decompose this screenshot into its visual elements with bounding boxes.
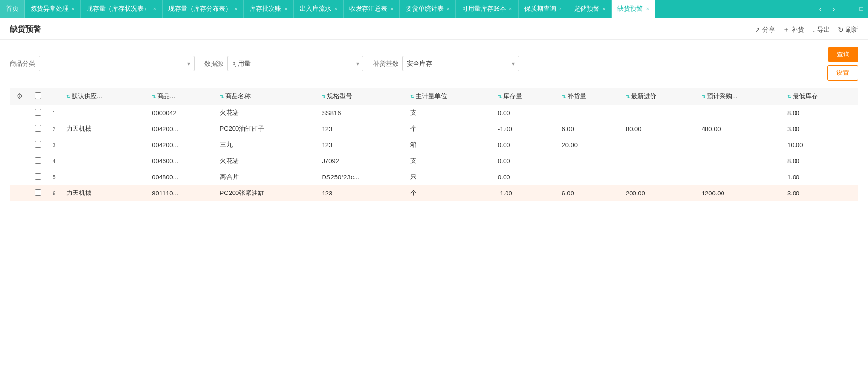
tab-label-xianzuncang: 现存量（库存状况表） [87,4,150,13]
row-checkbox-cell-4[interactable] [29,169,47,185]
row-checkbox-cell-1[interactable] [29,121,47,137]
table-row: 5 004800... 离合片 DS250*23c... 只 0.00 1.00 [10,169,858,185]
tab-close-baozhiqi[interactable]: × [559,6,562,12]
data-table-wrap: ⚙ ⇅默认供应... ⇅商品... ⇅商品名称 ⇅规格型号 ⇅主计量单位 ⇅库存… [0,88,868,201]
tab-close-pici[interactable]: × [284,6,287,12]
col-min-stock[interactable]: ⇅最低库存 [782,88,858,105]
row-spec-5: 123 [317,185,405,201]
row-num-2: 3 [47,137,61,153]
sort-icon: ⇅ [322,94,326,99]
tab-close-quehuo[interactable]: × [646,6,649,12]
header-actions: ↗ 分享 ＋ 补货 ↓ 导出 ↻ 刷新 [755,25,858,34]
row-checkbox-4[interactable] [35,173,41,180]
tab-close-churuliu[interactable]: × [334,6,337,12]
tab-close-yaohuo[interactable]: × [447,6,450,12]
tab-close-chaochuyujing[interactable]: × [602,6,605,12]
row-replenish-1: 6.00 [557,121,621,137]
select-all-checkbox[interactable] [35,92,41,99]
minimize-btn[interactable]: — [841,0,854,18]
sort-icon: ⇅ [66,94,70,99]
col-checkbox[interactable] [29,88,47,105]
row-checkbox-cell-0[interactable] [29,105,47,121]
row-goods-name-0: 火花塞 [215,105,317,121]
col-spec[interactable]: ⇅规格型号 [317,88,405,105]
tab-close-lianhuo[interactable]: × [72,6,74,12]
buhuo-icon: ＋ [783,25,790,34]
col-goods-code[interactable]: ⇅商品... [147,88,215,105]
row-est-purchase-3 [697,153,782,169]
col-replenish[interactable]: ⇅补货量 [557,88,621,105]
row-replenish-3 [557,153,621,169]
export-btn[interactable]: ↓ 导出 [812,25,830,34]
row-replenish-4 [557,169,621,185]
tab-chaochuyujing[interactable]: 超储预警× [568,0,612,18]
row-stock-4: 0.00 [493,169,557,185]
tab-close-shoufashou[interactable]: × [390,6,393,12]
row-num-3: 4 [47,153,61,169]
goods-category-arrow: ▾ [187,60,190,67]
replenish-base-value: 安全库存 [407,59,432,68]
row-goods-name-2: 三九 [215,137,317,153]
col-goods-name[interactable]: ⇅商品名称 [215,88,317,105]
table-body: 1 0000042 火花塞 SS816 支 0.00 8.00 2 力天机械 0… [10,105,858,201]
query-button[interactable]: 查询 [828,47,858,62]
gear-icon[interactable]: ⚙ [17,92,23,100]
tab-keyong[interactable]: 可用量库存账本× [456,0,518,18]
tab-label-yaohuo: 要货单统计表 [406,4,444,13]
row-checkbox-0[interactable] [35,109,41,116]
tab-home[interactable]: 首页 [0,0,25,18]
row-stock-0: 0.00 [493,105,557,121]
row-replenish-0 [557,105,621,121]
goods-category-filter: 商品分类 ▾ [10,56,195,71]
row-min-stock-2: 10.00 [782,137,858,153]
data-source-select[interactable]: 可用量 ▾ [227,56,363,71]
row-supplier-5: 力天机械 [61,185,147,201]
goods-category-select[interactable]: ▾ [39,56,195,71]
sort-icon: ⇅ [562,94,566,99]
tab-prev-btn[interactable]: ‹ [814,0,827,18]
table-header-row: ⚙ ⇅默认供应... ⇅商品... ⇅商品名称 ⇅规格型号 ⇅主计量单位 ⇅库存… [10,88,858,105]
tab-next-btn[interactable]: › [827,0,841,18]
row-est-purchase-1: 480.00 [697,121,782,137]
tab-lianhuo[interactable]: 炼货异常处理× [25,0,81,18]
buhuo-btn[interactable]: ＋ 补货 [783,25,804,34]
tab-baozhiqi[interactable]: 保质期查询× [519,0,568,18]
row-checkbox-cell-5[interactable] [29,185,47,201]
row-latest-price-4 [621,169,697,185]
col-est-purchase[interactable]: ⇅预计采购... [697,88,782,105]
col-supplier[interactable]: ⇅默认供应... [61,88,147,105]
maximize-btn[interactable]: □ [854,0,868,18]
tab-xianzunfenbu[interactable]: 现存量（库存分布表）× [163,0,244,18]
tab-quehuo[interactable]: 缺货预警× [612,0,655,18]
row-stock-2: 0.00 [493,137,557,153]
row-checkbox-2[interactable] [35,141,41,148]
row-goods-code-4: 004800... [147,169,215,185]
share-btn[interactable]: ↗ 分享 [755,25,775,34]
col-stock[interactable]: ⇅库存量 [493,88,557,105]
row-checkbox-1[interactable] [35,125,41,132]
col-unit[interactable]: ⇅主计量单位 [405,88,493,105]
main-content: 缺货预警 ↗ 分享 ＋ 补货 ↓ 导出 ↻ 刷新 商品分类 [0,18,868,387]
tab-label-home: 首页 [6,4,18,13]
tab-close-xianzuncang[interactable]: × [153,6,156,12]
tab-pici[interactable]: 库存批次账× [244,0,293,18]
tab-label-quehuo: 缺货预警 [617,4,643,13]
tab-yaohuo[interactable]: 要货单统计表× [400,0,456,18]
col-settings[interactable]: ⚙ [10,88,29,105]
row-spec-4: DS250*23c... [317,169,405,185]
tab-label-pici: 库存批次账 [250,4,281,13]
tab-churuliu[interactable]: 出入库流水× [294,0,344,18]
tab-close-xianzunfenbu[interactable]: × [235,6,237,12]
replenish-base-select[interactable]: 安全库存 ▾ [402,56,519,71]
row-checkbox-5[interactable] [35,189,41,196]
settings-button[interactable]: 设置 [827,65,858,81]
tab-shoufashou[interactable]: 收发存汇总表× [344,0,399,18]
tab-close-keyong[interactable]: × [509,6,512,12]
refresh-btn[interactable]: ↻ 刷新 [838,25,858,34]
sort-icon: ⇅ [220,94,224,99]
tab-xianzuncang[interactable]: 现存量（库存状况表）× [81,0,162,18]
row-checkbox-cell-2[interactable] [29,137,47,153]
col-latest-price[interactable]: ⇅最新进价 [621,88,697,105]
row-checkbox-3[interactable] [35,157,41,164]
row-checkbox-cell-3[interactable] [29,153,47,169]
